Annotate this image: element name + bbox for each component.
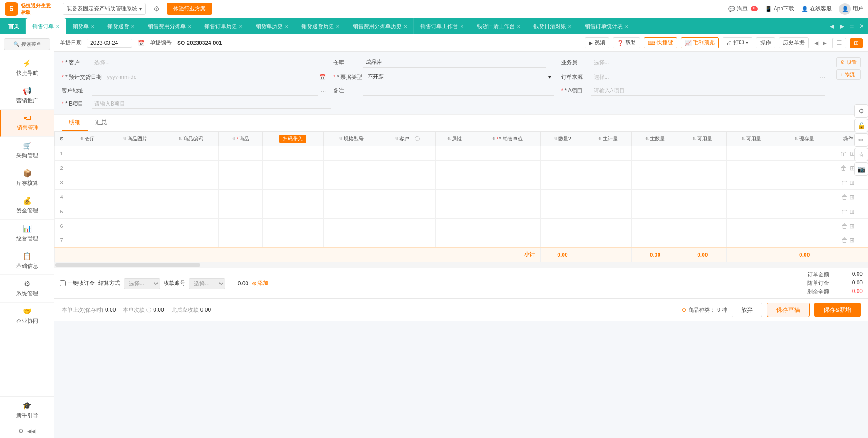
sort-icon[interactable]: ⇅ <box>80 137 84 141</box>
close-icon[interactable]: ✕ <box>460 24 464 29</box>
cell-attr-1[interactable] <box>435 146 474 161</box>
history-btn[interactable]: 历史单据 <box>779 37 809 48</box>
cell-warehouse-2[interactable] <box>68 161 107 175</box>
close-icon[interactable]: ✕ <box>239 24 242 29</box>
project-a-input[interactable] <box>591 86 825 96</box>
customer-addr-more-icon[interactable]: ··· <box>321 87 326 95</box>
float-star-btn[interactable]: ☆ <box>854 148 868 161</box>
cell-mainqty-1[interactable] <box>631 146 679 161</box>
staff-more-icon[interactable]: ··· <box>820 59 825 66</box>
app-download-item[interactable]: 📱 App下载 <box>765 5 794 13</box>
copy-icon[interactable]: ⊞ <box>849 236 855 244</box>
nav-prev-icon[interactable]: ◀ <box>827 22 836 31</box>
tab-order-workbench[interactable]: 销售订单工作台 ✕ <box>414 18 470 34</box>
copy-icon[interactable]: ⊞ <box>849 179 855 186</box>
settings-bottom-icon[interactable]: ⚙ <box>19 428 24 434</box>
date-input[interactable] <box>87 39 132 48</box>
calendar-icon[interactable]: 📅 <box>138 40 145 46</box>
account-more-icon[interactable]: ··· <box>229 280 234 287</box>
sidebar-item-operations[interactable]: 📊 经营管理 <box>0 220 54 247</box>
industry-button[interactable]: 体验行业方案 <box>167 3 212 15</box>
nav-next-icon[interactable]: ▶ <box>837 22 846 31</box>
discard-button[interactable]: 放弃 <box>732 303 762 317</box>
account-select[interactable]: 选择... <box>189 278 225 289</box>
sort-icon[interactable]: ⇅ <box>645 137 649 141</box>
tab-summary[interactable]: 汇总 <box>88 115 114 131</box>
cell-qty2-1[interactable] <box>541 146 584 161</box>
user-item[interactable]: 👤 用户 <box>839 3 863 15</box>
sidebar-item-finance[interactable]: 💰 资金管理 <box>0 192 54 220</box>
customer-input[interactable] <box>92 58 318 67</box>
close-icon[interactable]: ✕ <box>91 24 94 29</box>
next-record-icon[interactable]: ▶ <box>821 39 829 47</box>
delete-icon[interactable]: 🗑 <box>840 150 847 157</box>
copy-icon[interactable]: ⊞ <box>849 222 855 230</box>
notification-item[interactable]: 💬 淘豆 9 <box>728 5 758 13</box>
sidebar-item-sales[interactable]: 🏷 销售管理 <box>0 110 54 137</box>
info-icon2[interactable]: ⓘ <box>146 307 151 313</box>
grid-view-btn[interactable]: ☰ <box>832 38 846 48</box>
tab-sales-expense[interactable]: 销售费用分摊单 ✕ <box>141 18 198 34</box>
system-selector[interactable]: 装备及固定资产辅助管理系统 ▾ <box>63 3 146 15</box>
delete-icon[interactable]: 🗑 <box>841 208 848 215</box>
sort-icon[interactable]: ⇅ <box>742 137 745 141</box>
checkout-checkbox[interactable]: 一键收订金 <box>60 279 95 287</box>
tab-return-history[interactable]: 销货退货历史 ✕ <box>295 18 346 34</box>
shortcut-btn[interactable]: ⌨ 快捷键 <box>644 37 677 48</box>
close-icon[interactable]: ✕ <box>403 24 407 29</box>
tab-sales-order[interactable]: 销售订单 ✕ <box>26 18 66 34</box>
sidebar-item-enterprise[interactable]: 🤝 企业协同 <box>0 303 54 330</box>
sort-icon[interactable]: ⇅ <box>339 137 343 141</box>
info-icon[interactable]: ⓘ <box>415 135 420 142</box>
tab-sales-order-history[interactable]: 销售订单历史 ✕ <box>198 18 249 34</box>
cell-custcode-1[interactable] <box>379 146 436 161</box>
close-icon[interactable]: ✕ <box>568 24 572 29</box>
checkout-checkbox-input[interactable] <box>60 280 66 286</box>
copy-icon[interactable]: ⊞ <box>849 193 855 201</box>
tab-sales-invoice[interactable]: 销货单 ✕ <box>66 18 101 34</box>
copy-icon[interactable]: ⊞ <box>849 208 855 215</box>
sort-icon[interactable]: ⇅ <box>395 137 398 141</box>
online-service-item[interactable]: 👤 在线客服 <box>801 5 832 13</box>
expand-btn[interactable]: ⊞ <box>850 38 863 48</box>
delivery-date-input[interactable] <box>104 72 316 82</box>
calendar2-icon[interactable]: 📅 <box>319 74 326 80</box>
nav-menu-icon[interactable]: ☰ <box>847 22 856 31</box>
cell-unit-2[interactable] <box>474 161 541 175</box>
cell-warehouse-1[interactable] <box>68 146 107 161</box>
sidebar-item-marketing[interactable]: 📢 营销推广 <box>0 82 54 110</box>
close-icon[interactable]: ✕ <box>56 24 59 29</box>
order-source-more-icon[interactable]: ··· <box>820 73 825 81</box>
nav-close-icon[interactable]: ✕ <box>857 22 866 31</box>
product-count-icon[interactable]: ⊙ <box>682 307 686 313</box>
scroll-thumb[interactable] <box>55 263 200 267</box>
cell-custcode-2[interactable] <box>379 161 436 175</box>
sort-icon[interactable]: ⇅ <box>492 137 496 141</box>
close-icon[interactable]: ✕ <box>188 24 191 29</box>
print-btn[interactable]: 🖨 打印 ▾ <box>723 37 752 48</box>
cell-qty2-2[interactable] <box>541 161 584 175</box>
delete-icon[interactable]: 🗑 <box>841 179 848 186</box>
cell-warehouse-3[interactable] <box>68 175 107 190</box>
project-b-input[interactable] <box>92 99 331 109</box>
save-new-button[interactable]: 保存&新增 <box>814 303 861 317</box>
save-draft-button[interactable]: 保存草稿 <box>767 303 810 317</box>
sort-icon[interactable]: ⇅ <box>232 137 236 141</box>
cell-code-2[interactable] <box>163 161 219 175</box>
sidebar-item-newbie[interactable]: 🎓 新手引导 <box>0 397 54 424</box>
sort-icon[interactable]: ⇅ <box>693 137 696 141</box>
cell-unit-1[interactable] <box>474 146 541 161</box>
cell-name-1[interactable] <box>219 146 262 161</box>
table-settings-icon[interactable]: ⚙ <box>59 136 64 141</box>
th-settings[interactable]: ⚙ <box>55 132 68 146</box>
tab-invoice-history[interactable]: 销货单历史 ✕ <box>249 18 295 34</box>
scan-button[interactable]: 扫码录入 <box>279 135 306 143</box>
float-edit-btn[interactable]: ✏ <box>854 133 868 147</box>
delete-icon[interactable]: 🗑 <box>841 193 848 201</box>
close-icon[interactable]: ✕ <box>517 24 520 29</box>
staff-input[interactable] <box>591 58 818 67</box>
float-lock-btn[interactable]: 🔒 <box>854 119 868 132</box>
sidebar-item-purchase[interactable]: 🛒 采购管理 <box>0 137 54 164</box>
delete-icon[interactable]: 🗑 <box>841 236 848 244</box>
warehouse-more-icon[interactable]: ··· <box>548 59 554 66</box>
